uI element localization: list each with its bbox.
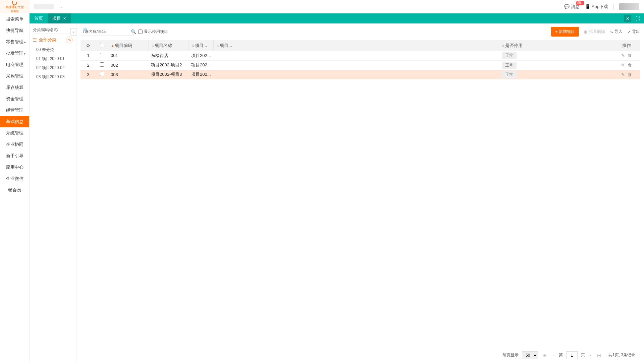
row-index: 2: [80, 60, 96, 70]
messages-button[interactable]: 💬 消息 99+: [564, 4, 580, 10]
fullscreen-button[interactable]: ⛶: [634, 15, 641, 22]
import-button[interactable]: ↘ 导入: [610, 29, 623, 35]
row-checkbox[interactable]: [100, 62, 104, 67]
per-page-select[interactable]: 50: [522, 351, 538, 359]
sidebar: 搜索菜单快捷导航零售管理▸批发管理▸电商管理采购管理库存核算资金管理经营管理基础…: [0, 13, 30, 362]
select-all-column[interactable]: [96, 40, 108, 51]
category-list: 00 未分类01 项目2020-0102 项目2020-0203 项目2020-…: [30, 43, 76, 81]
table-row[interactable]: 1001东楼街店项目202...正常✎🗑: [80, 51, 640, 60]
delete-icon[interactable]: 🗑: [628, 53, 632, 58]
col-category[interactable]: ⇅项目...: [189, 40, 214, 51]
cell-name: 项目2002-项目2: [148, 60, 189, 70]
sidebar-item-inventory[interactable]: 库存核算: [0, 82, 29, 93]
sidebar-item-basic[interactable]: 基础信息: [0, 116, 29, 127]
plus-icon: +: [555, 29, 557, 34]
show-disabled-input[interactable]: [138, 29, 143, 34]
import-label: 导入: [614, 29, 623, 35]
sidebar-item-guide[interactable]: 新手引导: [0, 150, 29, 162]
cell-path: [214, 60, 237, 70]
data-table: ⚙ ▲项目编码 ⇅项目名称 ⇅项目... ⇅项目... ⇅是否停用 操作: [80, 40, 640, 348]
cell-category: 项目202...: [189, 51, 214, 60]
tab-bar: 首页 项目 ✕ ✕ ⛶: [30, 13, 644, 23]
row-checkbox[interactable]: [100, 53, 104, 57]
category-item[interactable]: 01 项目2020-01: [36, 54, 76, 63]
sidebar-item-operation[interactable]: 经营管理: [0, 105, 29, 116]
col-disabled[interactable]: ⇅是否停用: [499, 40, 613, 51]
table-row[interactable]: 2002项目2002-项目2项目202...正常✎🗑: [80, 60, 640, 70]
tab-project[interactable]: 项目 ✕: [48, 13, 71, 23]
cell-spacer: [237, 51, 499, 60]
company-selector[interactable]: ⌄: [34, 4, 63, 9]
category-item[interactable]: 00 未分类: [36, 45, 76, 54]
brand-tag: 畅捷通好生意: [6, 5, 24, 9]
search-box: 🔍: [80, 28, 134, 36]
sidebar-item-quick-nav[interactable]: 快捷导航: [0, 25, 29, 36]
sidebar-item-apps[interactable]: 应用中心: [0, 162, 29, 173]
select-all-checkbox[interactable]: [100, 43, 104, 47]
import-icon: ↘: [610, 29, 613, 34]
main: 首页 项目 ✕ ✕ ⛶ 🔍 ☰ 全部分类 ✎: [30, 13, 644, 362]
prev-page-button[interactable]: ‹: [551, 353, 555, 358]
sidebar-item-collab[interactable]: 企业协同: [0, 139, 29, 150]
download-label: App下载: [592, 4, 608, 10]
edit-icon[interactable]: ✎: [621, 53, 625, 58]
search-icon[interactable]: 🔍: [83, 27, 89, 33]
sidebar-item-wecom[interactable]: 企业微信: [0, 173, 29, 184]
category-all-label: 全部分类: [39, 37, 56, 43]
close-icon[interactable]: ✕: [63, 16, 66, 21]
app-download-button[interactable]: 📱 App下载: [585, 4, 608, 10]
user-avatar[interactable]: [619, 3, 639, 10]
table-row[interactable]: 3003项目2002-项目3项目202...正常✎🗑: [80, 70, 640, 79]
cell-spacer: [237, 60, 499, 70]
category-item[interactable]: 02 项目2020-02: [36, 63, 76, 72]
sidebar-item-member[interactable]: 畅会员: [0, 184, 29, 196]
tab-home[interactable]: 首页: [30, 13, 48, 23]
export-icon: ↗: [627, 29, 631, 34]
category-item[interactable]: 03 项目2020-03: [36, 72, 76, 81]
cell-code: 003: [108, 70, 148, 79]
sidebar-item-search-menu[interactable]: 搜索菜单: [0, 13, 29, 25]
col-name[interactable]: ⇅项目名称: [148, 40, 189, 51]
sidebar-item-funds[interactable]: 资金管理: [0, 93, 29, 105]
edit-category-button[interactable]: ✎: [66, 37, 73, 43]
category-all[interactable]: ☰ 全部分类 ✎: [33, 37, 73, 43]
gear-column[interactable]: ⚙: [80, 40, 96, 51]
col-path[interactable]: ⇅项目...: [214, 40, 237, 51]
sidebar-item-purchase[interactable]: 采购管理: [0, 70, 29, 82]
sidebar-item-wholesale[interactable]: 批发管理▸: [0, 48, 29, 59]
row-checkbox-cell: [96, 51, 108, 60]
batch-delete-button: 🗑 批量删除: [584, 29, 605, 35]
pagination: 每页显示 50 ⏮ ‹ 第 页 › ⏭ 共1页, 3条记录: [80, 348, 640, 362]
chevron-down-icon: ⌄: [60, 4, 63, 9]
trash-icon: 🗑: [584, 29, 588, 34]
cell-status: 正常: [499, 60, 613, 70]
row-index: 1: [80, 51, 96, 60]
col-spacer: [237, 40, 499, 51]
page-input[interactable]: [566, 351, 578, 359]
sidebar-item-ecommerce[interactable]: 电商管理: [0, 59, 29, 70]
row-index: 3: [80, 70, 96, 79]
export-button[interactable]: ↗ 导出: [627, 29, 640, 35]
col-code[interactable]: ▲项目编码: [108, 40, 148, 51]
gear-icon: ⚙: [86, 43, 90, 48]
row-checkbox[interactable]: [100, 72, 104, 76]
collapse-panel-button[interactable]: «: [70, 28, 76, 36]
sidebar-item-system[interactable]: 系统管理: [0, 127, 29, 139]
delete-icon[interactable]: 🗑: [628, 63, 632, 68]
row-checkbox-cell: [96, 60, 108, 70]
add-project-button[interactable]: + 新增项目: [551, 27, 579, 37]
edit-icon[interactable]: ✎: [621, 72, 625, 77]
search-icon[interactable]: 🔍: [131, 29, 136, 34]
tab-close-button[interactable]: ✕: [624, 15, 631, 22]
page-prefix: 第: [559, 352, 563, 358]
first-page-button[interactable]: ⏮: [541, 353, 548, 358]
last-page-button[interactable]: ⏭: [596, 353, 602, 358]
export-label: 导出: [632, 29, 640, 35]
cell-category: 项目202...: [189, 70, 214, 79]
tab-project-label: 项目: [52, 15, 61, 21]
edit-icon[interactable]: ✎: [621, 63, 625, 68]
show-disabled-checkbox[interactable]: 显示停用项目: [138, 29, 168, 35]
delete-icon[interactable]: 🗑: [628, 72, 632, 77]
sidebar-item-retail[interactable]: 零售管理▸: [0, 36, 29, 48]
next-page-button[interactable]: ›: [588, 353, 592, 358]
